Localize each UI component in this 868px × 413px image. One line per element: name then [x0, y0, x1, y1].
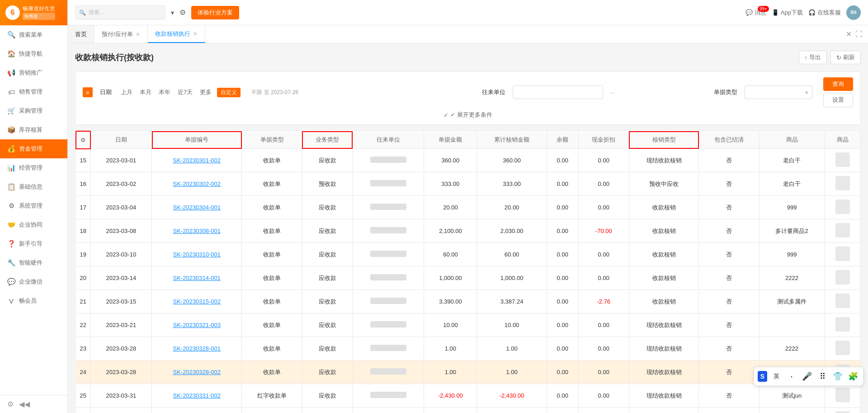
search-menu-icon: 🔍 [7, 31, 15, 39]
date-option-7days[interactable]: 近7天 [176, 87, 194, 97]
hardware-icon: 🔧 [7, 259, 15, 267]
col-settings[interactable]: ⚙ [76, 131, 90, 149]
topbar-app-btn[interactable]: 📱 App下载 [772, 9, 803, 17]
col-included: 包含已结清 [699, 131, 759, 149]
float-puzzle-icon[interactable]: 🧩 [847, 370, 859, 383]
page-header: 收款核销执行(按收款) ↑ 导出 ↻ 刷新 [75, 51, 861, 64]
sidebar-item-basic-info[interactable]: 📋 基础信息 [0, 177, 67, 196]
date-option-more[interactable]: 更多 [198, 87, 213, 97]
filter-expand-row: ✓ ✓ 展开更多条件 [83, 111, 853, 119]
date-custom-btn[interactable]: 自定义 [217, 88, 241, 97]
sidebar: 6 畅康道好生意 标推版 🔍 搜索菜单 🏠 快捷导航 📢 营销推广 🏷 销售管理… [0, 0, 68, 413]
col-verify-type: 核销类型 [629, 131, 698, 149]
tab-prepaid-close[interactable]: ✕ [136, 31, 140, 38]
table-row: 242023-03-28SK-20230328-002收款单应收款1.001.0… [76, 361, 860, 384]
sidebar-item-finance[interactable]: 💰 资金管理 [0, 139, 67, 158]
table-header-row: ⚙ 日期 单据编号 单据类型 业务类型 往来单位 单据金额 累计核销金额 余额 … [76, 131, 860, 149]
col-partner: 往来单位 [353, 131, 424, 149]
float-grid-icon[interactable]: ⠿ [816, 370, 829, 383]
float-mic-icon[interactable]: 🎤 [801, 370, 813, 383]
date-options: 上月 本月 本年 近7天 更多 自定义 [119, 87, 241, 97]
main-area: 🔍 搜索... ▾ ⚙ 体验行业方案 💬 消息 99+ 📱 App下载 🎧 在线… [68, 0, 868, 413]
tab-receipt-close[interactable]: ✕ [193, 31, 198, 37]
table-row: 192023-03-10SK-20230310-001收款单应收款60.0060… [76, 243, 860, 266]
topbar-dropdown-btn[interactable]: ▾ [171, 9, 174, 16]
date-option-last-month[interactable]: 上月 [119, 87, 134, 97]
tab-fullscreen-btn[interactable]: ⛶ [855, 30, 863, 38]
table-row: 252023-03-31SK-20230331-002红字收款单应收款-2,43… [76, 384, 860, 408]
sidebar-collapse-btn[interactable]: ◀◀ [19, 400, 30, 408]
sidebar-item-sys-mgmt[interactable]: ⚙ 系统管理 [0, 196, 67, 215]
table-body: 152023-03-01SK-20230301-002收款单应收款360.003… [76, 149, 860, 413]
wechat-icon: 💬 [7, 278, 15, 286]
purchase-icon: 🛒 [7, 107, 15, 115]
export-btn[interactable]: ↑ 导出 [799, 51, 827, 64]
sidebar-settings-btn[interactable]: ⚙ [7, 400, 14, 408]
filter-bar: » 日期 上月 本月 本年 近7天 更多 自定义 不限 至 2023-07-26… [75, 71, 861, 125]
operation-icon: 📊 [7, 164, 15, 172]
col-product2: 商品 [825, 131, 860, 149]
topbar-gear-icon[interactable]: ⚙ [179, 8, 186, 17]
sidebar-bottom: ⚙ ◀◀ [0, 395, 67, 413]
tab-close-all-btn[interactable]: ✕ [846, 30, 852, 38]
partner-dots[interactable]: ··· [610, 89, 615, 96]
sidebar-item-operation[interactable]: 📊 经营管理 [0, 158, 67, 177]
table-row: 222023-03-21SK-20230321-003收款单应收款10.0010… [76, 313, 860, 337]
table-row: 172023-03-04SK-20230304-001收款单应收款20.0020… [76, 196, 860, 219]
topbar-search-icon: 🔍 [79, 9, 86, 16]
sidebar-item-enterprise[interactable]: 🤝 企业协同 [0, 215, 67, 234]
basic-info-icon: 📋 [7, 183, 15, 191]
tab-prepaid-label: 预付/应付单 [102, 30, 133, 38]
headset-icon: 🎧 [808, 9, 816, 16]
partner-filter-input[interactable] [513, 85, 603, 99]
col-cum-amount: 累计核销金额 [477, 131, 547, 149]
sidebar-item-sales[interactable]: 🏷 销售管理 [0, 82, 67, 101]
expand-more-btn[interactable]: ✓ ✓ 展开更多条件 [443, 111, 492, 119]
date-option-this-year[interactable]: 本年 [157, 87, 172, 97]
sidebar-logo: 6 畅康道好生意 标推版 [0, 0, 67, 25]
col-product: 商品 [759, 131, 825, 149]
phone-icon: 📱 [772, 9, 779, 16]
tab-home[interactable]: 首页 [68, 25, 94, 43]
sidebar-item-purchase[interactable]: 🛒 采购管理 [0, 101, 67, 120]
query-btn[interactable]: 查询 [823, 77, 853, 91]
industry-solution-btn[interactable]: 体验行业方案 [191, 6, 239, 19]
marketing-icon: 📢 [7, 69, 15, 77]
table-row: 152023-03-01SK-20230301-002收款单应收款360.003… [76, 149, 860, 172]
filter-row-1: » 日期 上月 本月 本年 近7天 更多 自定义 不限 至 2023-07-26… [83, 77, 853, 107]
voucher-type-select[interactable]: ▾ [745, 85, 812, 99]
inventory-icon: 📦 [7, 126, 15, 134]
col-doc-type: 单据类型 [242, 131, 302, 149]
sidebar-item-marketing[interactable]: 📢 营销推广 [0, 63, 67, 82]
refresh-btn[interactable]: ↻ 刷新 [830, 51, 861, 64]
enterprise-icon: 🤝 [7, 221, 15, 229]
float-english-btn[interactable]: 英 [770, 370, 783, 383]
sidebar-item-quick-nav[interactable]: 🏠 快捷导航 [0, 44, 67, 63]
sidebar-item-inventory[interactable]: 📦 库存核算 [0, 120, 67, 139]
sidebar-item-search-menu[interactable]: 🔍 搜索菜单 [0, 25, 67, 44]
page-title: 收款核销执行(按收款) [75, 52, 154, 63]
sidebar-item-membership[interactable]: V 畅会员 [0, 291, 67, 310]
sidebar-item-guide[interactable]: ❓ 新手引导 [0, 234, 67, 253]
voucher-type-label: 单据类型 [714, 88, 737, 96]
tab-receipt-verify[interactable]: 收款核销执行 ✕ [148, 25, 205, 43]
page-actions: ↑ 导出 ↻ 刷新 [799, 51, 861, 64]
logo-icon: 6 [5, 5, 20, 20]
float-shirt-icon[interactable]: 👕 [831, 370, 844, 383]
query-actions: 查询 设置 [823, 77, 853, 107]
topbar-service-btn[interactable]: 🎧 在线客服 [808, 9, 841, 17]
filter-settings-btn[interactable]: 设置 [823, 93, 853, 107]
date-option-this-month[interactable]: 本月 [138, 87, 153, 97]
user-avatar[interactable]: Rit [846, 5, 861, 20]
sidebar-item-wx-corp[interactable]: 💬 企业微信 [0, 272, 67, 291]
filter-expand-btn[interactable]: » [83, 87, 93, 97]
topbar: 🔍 搜索... ▾ ⚙ 体验行业方案 💬 消息 99+ 📱 App下载 🎧 在线… [68, 0, 868, 25]
tab-prepaid-payable[interactable]: 预付/应付单 ✕ [94, 25, 148, 43]
topbar-msg-btn[interactable]: 💬 消息 99+ [745, 9, 766, 17]
sales-icon: 🏷 [7, 88, 15, 96]
topbar-search-box[interactable]: 🔍 搜索... [75, 5, 165, 20]
membership-icon: V [7, 297, 15, 305]
sidebar-item-smart-hw[interactable]: 🔧 智能硬件 [0, 253, 67, 272]
float-dot-btn[interactable]: · [785, 370, 798, 383]
logo-badge: 标推版 [23, 13, 55, 20]
